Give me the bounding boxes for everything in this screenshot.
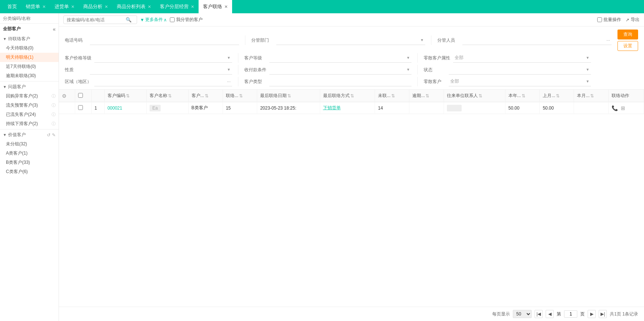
sidebar-search-bar[interactable]: 🔍	[0, 13, 59, 24]
retail-customer-select[interactable]: 全部 ▼	[449, 77, 591, 86]
price-level-select[interactable]: ▼	[94, 53, 232, 63]
th-checkbox	[75, 90, 91, 102]
close-customer-tier-icon[interactable]: ✕	[191, 4, 194, 9]
th-overdue[interactable]: 逾期...⇅	[409, 90, 444, 102]
customer-type-select[interactable]	[269, 77, 412, 86]
total-records: 共1页 1条记录	[610, 311, 638, 317]
toolbar-search-input[interactable]	[67, 17, 126, 23]
sidebar-search-input[interactable]	[3, 16, 58, 21]
th-name[interactable]: 客户名称⇅	[146, 90, 188, 102]
td-gear	[59, 102, 75, 114]
toolbar-search-icon[interactable]: 🔍	[126, 17, 132, 23]
filter-retail-customer: 零散客户 全部 ▼	[424, 77, 591, 86]
grade-label: 客户等级	[244, 55, 266, 61]
td-checkbox[interactable]	[75, 102, 91, 114]
more-filters-btn[interactable]: ▼ 更多条件 ∧	[140, 17, 167, 23]
td-overdue	[409, 102, 444, 114]
toolbar-search-box[interactable]: 🔍	[63, 15, 137, 24]
last-page-btn[interactable]: ▶|	[599, 310, 607, 318]
sort-icon-10: ⇅	[522, 93, 525, 99]
query-button[interactable]: 查询	[617, 30, 638, 39]
th-uncontact[interactable]: 未联...⇅	[375, 90, 409, 102]
action-phone-icon[interactable]: 📞	[612, 105, 618, 111]
nav-analysis[interactable]: 商品分析 ✕	[79, 0, 112, 13]
nav-sales[interactable]: 销货单 ✕	[21, 0, 50, 13]
th-last-date[interactable]: 最后联络日期⇅	[257, 90, 320, 102]
sidebar-ungrouped[interactable]: 未分组(32)	[0, 139, 59, 149]
th-last-method[interactable]: 最后联络方式⇅	[320, 90, 375, 102]
sidebar-collapse-icon[interactable]: «	[53, 26, 56, 32]
sidebar-7day-contact[interactable]: 近7天待联络(0)	[0, 62, 59, 71]
nav-purchase[interactable]: 进货单 ✕	[50, 0, 79, 13]
customer-type-label: 客户类型	[244, 79, 266, 85]
settings-button[interactable]: 设置	[617, 41, 638, 51]
my-customers-checkbox[interactable]	[170, 17, 175, 22]
sidebar-churn-warning[interactable]: 流失预警客户(3) ⓘ	[0, 101, 59, 110]
sidebar-group-problem[interactable]: ▼ 问题客户	[0, 82, 59, 92]
th-contact[interactable]: 联络...⇅	[223, 90, 257, 102]
th-this-month[interactable]: 本月...⇅	[574, 90, 608, 102]
page-size-select[interactable]: 50 100	[513, 310, 532, 318]
filter-row-3: 性质 ▼ 收付款条件 ▼	[65, 65, 638, 75]
sidebar-b-class[interactable]: B类客户(33)	[0, 158, 59, 167]
td-last-method[interactable]: 下销货单	[320, 102, 375, 114]
th-contact-person[interactable]: 往来单位联系人⇅	[444, 90, 505, 102]
status-select[interactable]: ▼	[449, 65, 591, 75]
sidebar-repurchase-abnormal[interactable]: 回购异常客户(2) ⓘ	[0, 92, 59, 101]
nav-analysis-list[interactable]: 商品分析列表 ✕	[112, 0, 155, 13]
batch-op-btn[interactable]: 批量操作	[597, 17, 621, 23]
next-page-btn[interactable]: ▶	[588, 310, 596, 318]
sort-icon-11: ⇅	[556, 93, 560, 99]
sidebar-tomorrow-contact[interactable]: 明天待联络(1)	[0, 53, 59, 62]
nav-home[interactable]: 首页	[3, 0, 21, 13]
status-dropdown-icon: ▼	[586, 68, 589, 72]
payment-select[interactable]: ▼	[269, 65, 412, 75]
close-analysis-list-icon[interactable]: ✕	[148, 4, 151, 9]
select-all-checkbox[interactable]	[78, 93, 83, 98]
sidebar: 🔍 全部客户 « ▼ 待联络客户 今天待联络(0) 明天待联络(1) 近7天待联…	[0, 13, 59, 321]
nature-select[interactable]: ▼	[90, 65, 232, 75]
sidebar-a-class[interactable]: A类客户(1)	[0, 149, 59, 158]
close-purchase-icon[interactable]: ✕	[71, 4, 74, 9]
row-checkbox[interactable]	[78, 105, 83, 110]
sidebar-group-value[interactable]: ▼ 价值客户 ↺ ✎	[0, 130, 59, 139]
first-page-btn[interactable]: |◀	[535, 310, 543, 318]
sidebar-overdue-contact[interactable]: 逾期未联络(30)	[0, 71, 59, 80]
dept-select[interactable]: ▼	[276, 35, 426, 45]
nav-customer-tier[interactable]: 客户分层经营 ✕	[155, 0, 199, 13]
dept-label: 分管部门	[251, 37, 273, 44]
td-last-month: 50.00	[540, 102, 574, 114]
nav-customer-contact[interactable]: 客户联络 ✕	[199, 0, 232, 13]
my-customers-filter[interactable]: 我分管的客户	[170, 17, 203, 23]
close-sales-icon[interactable]: ✕	[42, 4, 46, 9]
prev-page-btn[interactable]: ◀	[546, 310, 554, 318]
batch-checkbox[interactable]	[597, 17, 602, 22]
page-number-input[interactable]	[564, 310, 577, 318]
sidebar-all-customers[interactable]: 全部客户 «	[0, 24, 59, 34]
sidebar-c-class[interactable]: C类客户(6)	[0, 167, 59, 176]
group-pending-label: 待联络客户	[8, 36, 30, 42]
pagination-bar: 每页显示 50 100 |◀ ◀ 第 页 ▶ ▶| 共1页 1条记录	[59, 307, 644, 321]
grade-select[interactable]: ▼	[269, 53, 412, 63]
edit-icon[interactable]: ✎	[52, 132, 56, 138]
sidebar-declining[interactable]: 持续下滑客户(2) ⓘ	[0, 119, 59, 128]
export-btn[interactable]: ↗ 导出	[626, 17, 640, 23]
last-method-link[interactable]: 下销货单	[323, 105, 341, 110]
th-this-year[interactable]: 本年...⇅	[505, 90, 539, 102]
th-last-month[interactable]: 上月...⇅	[540, 90, 574, 102]
sidebar-group-pending[interactable]: ▼ 待联络客户	[0, 34, 59, 44]
sidebar-today-contact[interactable]: 今天待联络(0)	[0, 44, 59, 53]
region-dots[interactable]: ···	[227, 79, 231, 84]
retail-attr-select[interactable]: 全部 ▼	[453, 53, 591, 63]
th-type[interactable]: 客户...⇅	[188, 90, 223, 102]
sidebar-churned[interactable]: 已流失客户(24) ⓘ	[0, 110, 59, 119]
th-code[interactable]: 客户编码⇅	[104, 90, 146, 102]
close-customer-contact-icon[interactable]: ✕	[224, 4, 228, 9]
gear-icon[interactable]: ⚙	[62, 93, 67, 99]
td-code[interactable]: 000021	[104, 102, 146, 114]
phone-input[interactable]	[90, 35, 239, 45]
close-analysis-icon[interactable]: ✕	[105, 4, 108, 9]
refresh-icon[interactable]: ↺	[47, 132, 50, 138]
action-grid-icon[interactable]: ⊞	[621, 105, 625, 111]
person-dots[interactable]: ···	[606, 38, 610, 43]
